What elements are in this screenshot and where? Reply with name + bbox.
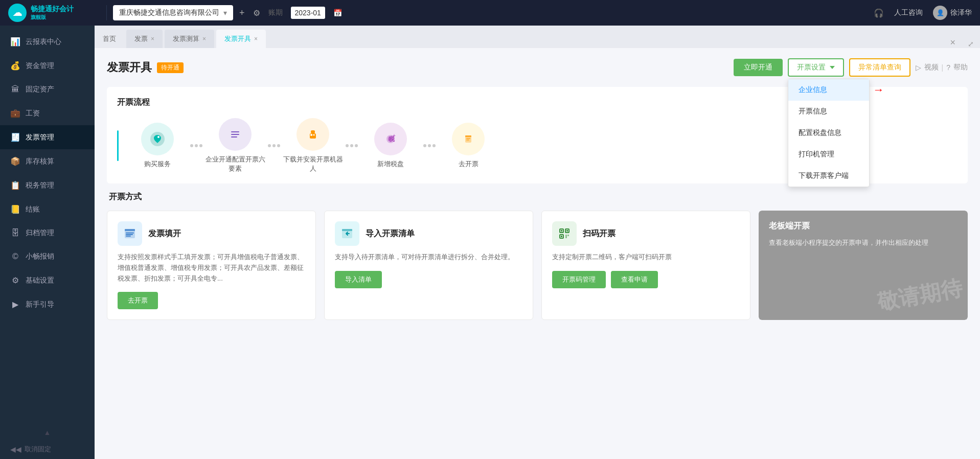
dropdown-printer[interactable]: 打印机管理 [788, 144, 869, 165]
add-icon[interactable]: + [239, 8, 245, 18]
methods-section: 开票方式 发票填开 支持按照发票样式手工填开发票；可开具增值税电子普通发票、增值… [107, 192, 968, 320]
tab-invoice-open[interactable]: 发票开具 × [216, 30, 266, 48]
calendar-icon[interactable]: 📅 [333, 9, 342, 17]
dropdown-printer-label: 打印机管理 [799, 150, 834, 158]
sidebar-item-guide[interactable]: ▶ 新手引导 [0, 292, 95, 316]
dropdown-download-client[interactable]: 下载开票客户端 [788, 165, 869, 187]
help-area: ▷ 视频 | ? 帮助 [916, 63, 968, 72]
method-fill-btn[interactable]: 去开票 [118, 292, 158, 309]
flow-step-indicator [117, 130, 119, 161]
svg-rect-31 [561, 230, 562, 232]
tab-invoice-open-label: 发票开具 [224, 34, 251, 43]
flow-step-5: 去开票 [438, 123, 499, 169]
svg-rect-34 [565, 235, 567, 238]
method-boss-desc: 查看老板端小程序提交的开票申请，并作出相应的处理 [769, 238, 958, 248]
settings-dropdown-container: 开票设置 企业信息 → 开票信息 [788, 58, 844, 77]
sidebar-item-settings[interactable]: ⚙ 基础设置 [0, 268, 95, 292]
svg-text:+: + [393, 133, 396, 139]
assets-icon: 🏛 [10, 85, 20, 94]
logo-text: 畅捷通好会计 旗舰版 [31, 5, 74, 21]
consult-label[interactable]: 人工咨询 [894, 8, 923, 17]
accounting-icon: 📒 [10, 204, 20, 214]
abnormal-button[interactable]: 异常清单查询 [849, 58, 910, 77]
user-name: 徐泽华 [950, 8, 972, 17]
dropdown-invoice-info[interactable]: 开票信息 [788, 101, 869, 122]
cancel-fixed-icon: ◀◀ [10, 445, 21, 453]
sidebar-item-tax[interactable]: 📋 税务管理 [0, 173, 95, 197]
tab-invoice-calc-close[interactable]: × [202, 35, 206, 42]
tab-invoice-close[interactable]: × [151, 35, 154, 42]
method-fill-icon [118, 221, 142, 246]
svg-rect-10 [313, 134, 315, 135]
maximize-btn[interactable]: ⤢ [962, 40, 980, 48]
salary-icon: 💼 [10, 108, 20, 118]
tab-invoice-open-close[interactable]: × [254, 35, 258, 42]
dropdown-tax-disk[interactable]: 配置税盘信息 [788, 122, 869, 144]
play-icon: ▷ [916, 63, 921, 72]
methods-grid: 发票填开 支持按照发票样式手工填开发票；可开具增值税电子普通发票、增值税普通发票… [107, 211, 968, 320]
method-fill-header: 发票填开 [118, 221, 305, 246]
settings-icon[interactable]: ⚙ [253, 8, 260, 18]
svg-rect-5 [231, 136, 237, 137]
sidebar-item-cloud-report[interactable]: 📊 云报表中心 [0, 30, 95, 54]
method-scan-footer: 开票码管理 查看申请 [552, 271, 740, 288]
cancel-fixed-label: 取消固定 [25, 445, 51, 454]
company-selector[interactable]: 重庆畅捷交通信息咨询有限公司 ▾ [113, 5, 233, 20]
page-header: 发票开具 待开通 立即开通 开票设置 企业信息 [107, 58, 968, 77]
methods-title: 开票方式 [107, 192, 968, 202]
method-boss-card: 老板端开票 查看老板端小程序提交的开票申请，并作出相应的处理 敬请期待 [759, 211, 968, 320]
method-scan-btn-1[interactable]: 开票码管理 [552, 271, 606, 288]
sidebar-item-report[interactable]: © 小畅报销 [0, 245, 95, 268]
method-fill: 发票填开 支持按照发票样式手工填开发票；可开具增值税电子普通发票、增值税普通发票… [107, 211, 316, 320]
video-label[interactable]: 视频 [924, 63, 939, 72]
top-bar: ☁ 畅捷通好会计 旗舰版 重庆畅捷交通信息咨询有限公司 ▾ + ⚙ 账期 202… [0, 0, 980, 26]
sidebar-item-inventory[interactable]: 📦 库存核算 [0, 149, 95, 173]
method-boss-title: 老板端开票 [769, 221, 810, 230]
tab-bar: 首页 发票 × 发票测算 × 发票开具 × × ⤢ [95, 26, 980, 48]
method-scan-title: 扫码开票 [583, 228, 616, 239]
flow-step-4: 税+ 新增税盘 [360, 123, 421, 169]
method-scan-btn-2[interactable]: 查看申请 [611, 271, 658, 288]
dropdown-download-client-label: 下载开票客户端 [799, 171, 849, 179]
close-window-btn[interactable]: × [944, 37, 962, 48]
flow-connector-3 [344, 144, 360, 147]
report-icon: © [10, 252, 20, 261]
company-name: 重庆畅捷交通信息咨询有限公司 [119, 8, 219, 17]
settings-button[interactable]: 开票设置 [788, 58, 844, 77]
sidebar-item-fund[interactable]: 💰 资金管理 [0, 54, 95, 78]
tab-invoice[interactable]: 发票 × [126, 30, 163, 48]
flow-connector-4 [421, 144, 438, 147]
sidebar-item-salary[interactable]: 💼 工资 [0, 101, 95, 125]
tab-home[interactable]: 首页 [95, 30, 124, 48]
method-fill-footer: 去开票 [118, 292, 305, 309]
sidebar-item-archive[interactable]: 🗄 归档管理 [0, 221, 95, 245]
tab-invoice-calc[interactable]: 发票测算 × [165, 30, 214, 48]
svg-rect-32 [561, 236, 562, 237]
red-arrow-indicator: → [873, 83, 884, 97]
activate-button[interactable]: 立即开通 [734, 59, 783, 76]
method-scan-icon [552, 221, 577, 246]
settings-sidebar-icon: ⚙ [10, 276, 20, 285]
method-import-btn[interactable]: 导入清单 [335, 271, 382, 288]
main-layout: 📊 云报表中心 💰 资金管理 🏛 固定资产 💼 工资 🧾 发票管理 📦 库存核算… [0, 26, 980, 459]
svg-rect-24 [126, 234, 133, 235]
top-right: 🎧 人工咨询 👤 徐泽华 [874, 6, 972, 20]
flow-step-2: 企业开通配置开票六要素 [204, 118, 266, 173]
question-icon: ? [946, 63, 950, 72]
app-name: 畅捷通好会计 [31, 5, 74, 14]
method-import-icon [335, 221, 359, 246]
sidebar-item-invoice[interactable]: 🧾 发票管理 [0, 125, 95, 149]
settings-dropdown-menu: 企业信息 → 开票信息 配置税盘信息 打印机管理 [788, 79, 870, 187]
flow-step-1-label: 购买服务 [144, 159, 171, 169]
help-label[interactable]: 帮助 [953, 63, 968, 72]
flow-step-1-icon [141, 123, 174, 155]
sidebar-item-accounting[interactable]: 📒 结账 [0, 197, 95, 221]
dropdown-company-info[interactable]: 企业信息 → [788, 79, 869, 101]
user-info[interactable]: 👤 徐泽华 [933, 6, 972, 20]
dropdown-invoice-info-label: 开票信息 [799, 107, 827, 115]
svg-rect-20 [466, 140, 469, 141]
svg-rect-33 [566, 230, 568, 232]
cancel-fixed-btn[interactable]: ◀◀ 取消固定 [0, 440, 95, 459]
logo-icon: ☁ [8, 4, 27, 22]
sidebar-item-assets[interactable]: 🏛 固定资产 [0, 78, 95, 101]
